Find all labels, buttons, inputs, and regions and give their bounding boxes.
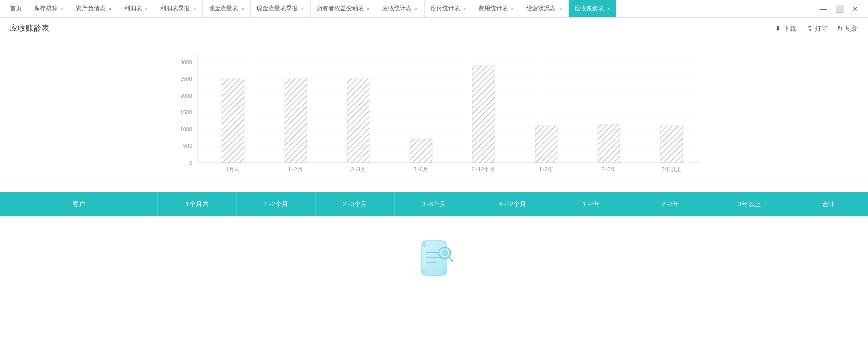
bar-2-3month — [347, 79, 369, 163]
svg-text:1000: 1000 — [181, 126, 192, 132]
main-content: 0 500 1000 1500 2000 2500 3000 — [0, 39, 868, 355]
bar-1month — [222, 79, 244, 163]
download-label: 下载 — [783, 24, 796, 33]
print-icon: 🖨 — [806, 25, 812, 32]
tab-income-quarterly-label: 利润表季报 — [160, 4, 190, 13]
tab-ar-aging-label: 应收账龄表 — [575, 4, 604, 13]
th-6-12month: 6~12个月 — [473, 192, 552, 216]
tab-expense-stat-label: 费用统计表 — [478, 4, 508, 13]
print-label: 打印 — [815, 24, 828, 33]
tab-ar-aging[interactable]: 应收账龄表 × — [569, 0, 616, 18]
bar-3-6month — [410, 139, 432, 163]
tab-business-status-label: 经营状况表 — [526, 4, 556, 13]
print-button[interactable]: 🖨 打印 — [806, 24, 828, 33]
tab-ap-stat-label: 应付统计表 — [431, 4, 460, 13]
tab-income-quarterly-close[interactable]: × — [193, 6, 196, 12]
svg-text:3000: 3000 — [181, 59, 192, 65]
download-button[interactable]: ⬇ 下载 — [775, 24, 796, 33]
svg-text:2000: 2000 — [181, 93, 192, 99]
th-3-6month: 3~6个月 — [395, 192, 473, 216]
bar-2-3year — [598, 124, 620, 163]
empty-state — [0, 216, 868, 355]
th-total: 合计 — [789, 192, 868, 216]
tab-income-quarterly[interactable]: 利润表季报 × — [154, 0, 202, 18]
bar-3year-plus — [660, 126, 683, 163]
minimize-button[interactable]: — — [817, 2, 831, 16]
svg-text:2~3月: 2~3月 — [351, 166, 365, 172]
tab-window-actions: — ⬜ ✕ — [817, 2, 864, 16]
refresh-button[interactable]: ↻ 刷新 — [837, 24, 858, 33]
tab-ar-aging-close[interactable]: × — [607, 6, 610, 12]
close-button[interactable]: ✕ — [848, 2, 862, 16]
bar-1-2month — [285, 79, 307, 163]
th-customer: 客户 — [0, 192, 158, 216]
maximize-button[interactable]: ⬜ — [832, 2, 846, 16]
tab-income-close[interactable]: × — [145, 6, 148, 12]
tab-expense-stat[interactable]: 费用统计表 × — [472, 0, 520, 18]
svg-text:0: 0 — [189, 160, 192, 166]
bar-1-2year — [535, 126, 557, 163]
tab-balance-sheet[interactable]: 资产负债表 × — [70, 0, 118, 18]
tab-income-label: 利润表 — [124, 4, 142, 13]
svg-line-31 — [449, 257, 453, 261]
svg-text:1~2年: 1~2年 — [539, 166, 553, 172]
svg-text:2500: 2500 — [181, 76, 192, 82]
tab-expense-stat-close[interactable]: × — [511, 6, 514, 12]
tab-home[interactable]: 首页 — [4, 0, 28, 18]
svg-text:1500: 1500 — [181, 109, 192, 115]
tab-cashflow-quarterly-label: 现金流量表季报 — [256, 4, 298, 13]
empty-illustration — [409, 231, 459, 280]
th-1-2month: 1~2个月 — [237, 192, 316, 216]
tab-equity-close[interactable]: × — [367, 6, 370, 12]
tab-cashflow-quarterly-close[interactable]: × — [301, 6, 304, 12]
svg-text:500: 500 — [183, 143, 192, 149]
tab-income[interactable]: 利润表 × — [118, 0, 154, 18]
page-title: 应收账龄表 — [10, 23, 49, 34]
tab-business-status-close[interactable]: × — [559, 6, 562, 12]
chart-area: 0 500 1000 1500 2000 2500 3000 — [0, 39, 868, 192]
bar-chart: 0 500 1000 1500 2000 2500 3000 — [15, 49, 853, 187]
svg-text:1月内: 1月内 — [226, 166, 240, 172]
header-actions: ⬇ 下载 🖨 打印 ↻ 刷新 — [775, 24, 858, 33]
svg-text:6~12个月: 6~12个月 — [472, 166, 495, 172]
th-2-3month: 2~3个月 — [316, 192, 395, 216]
tab-cashflow-quarterly[interactable]: 现金流量表季报 × — [251, 0, 310, 18]
svg-text:3年以上: 3年以上 — [661, 166, 681, 172]
table-header: 客户 1个月内 1~2个月 2~3个月 3~6个月 6~12个月 1~2年 2~… — [0, 192, 868, 216]
bar-6-12month — [472, 66, 495, 163]
tab-ar-stat[interactable]: 应收统计表 × — [376, 0, 424, 18]
download-icon: ⬇ — [775, 25, 781, 32]
chart-container: 0 500 1000 1500 2000 2500 3000 — [15, 49, 853, 187]
tab-balance-sheet-label: 资产负债表 — [76, 4, 106, 13]
refresh-label: 刷新 — [845, 24, 858, 33]
svg-text:2~3年: 2~3年 — [601, 166, 616, 172]
tab-equity-label: 所有者权益变动表 — [317, 4, 364, 13]
tab-inventory-label: 库存核算 — [34, 4, 58, 13]
tab-ar-stat-close[interactable]: × — [415, 6, 418, 12]
svg-text:1~2月: 1~2月 — [288, 166, 303, 172]
svg-text:3~6月: 3~6月 — [413, 166, 428, 172]
tab-cashflow-close[interactable]: × — [241, 6, 244, 12]
tab-equity[interactable]: 所有者权益变动表 × — [311, 0, 376, 18]
th-1month: 1个月内 — [158, 192, 237, 216]
th-2-3year: 2~3年 — [631, 192, 710, 216]
tab-ap-stat[interactable]: 应付统计表 × — [425, 0, 472, 18]
refresh-icon: ↻ — [837, 25, 843, 32]
tab-balance-sheet-close[interactable]: × — [108, 6, 111, 12]
tab-business-status[interactable]: 经营状况表 × — [520, 0, 568, 18]
tab-inventory-close[interactable]: × — [61, 6, 64, 12]
th-1-2year: 1~2年 — [552, 192, 631, 216]
tab-home-label: 首页 — [10, 4, 22, 13]
tab-cashflow[interactable]: 现金流量表 × — [203, 0, 251, 18]
th-3year-plus: 3年以上 — [710, 192, 789, 216]
tab-bar: 首页 库存核算 × 资产负债表 × 利润表 × 利润表季报 × 现金流量表 × … — [0, 0, 868, 18]
tab-ar-stat-label: 应收统计表 — [382, 4, 412, 13]
tab-ap-stat-close[interactable]: × — [463, 6, 466, 12]
tab-cashflow-label: 现金流量表 — [209, 4, 238, 13]
page-header: 应收账龄表 ⬇ 下载 🖨 打印 ↻ 刷新 — [0, 18, 868, 39]
tab-inventory[interactable]: 库存核算 × — [28, 0, 70, 18]
